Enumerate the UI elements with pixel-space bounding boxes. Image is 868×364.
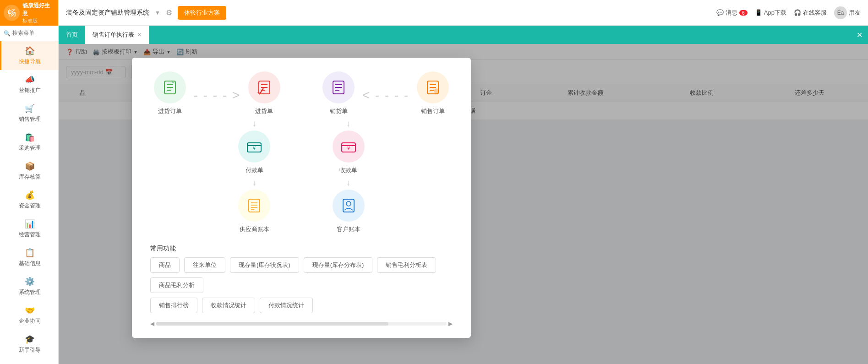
spacer-po bbox=[159, 119, 191, 129]
arrow-down-pb: ↓ bbox=[238, 119, 270, 129]
tab-close-main-icon[interactable]: ✕ bbox=[857, 31, 863, 39]
sidebar-item-label: 系统管理 bbox=[19, 288, 41, 296]
phone-icon: 📱 bbox=[755, 9, 762, 16]
sidebar-item-quick-nav[interactable]: 🏠 快捷导航 bbox=[0, 41, 58, 70]
sales-bill-icon bbox=[329, 78, 348, 97]
username: 用友 bbox=[849, 9, 861, 17]
message-icon: 💬 bbox=[716, 9, 724, 16]
dropdown-arrow-icon[interactable]: ▼ bbox=[155, 10, 160, 16]
purchase-order-label: 进货订单 bbox=[158, 107, 182, 115]
func-btn-trading-unit[interactable]: 往来单位 bbox=[184, 257, 225, 273]
sidebar-item-base-info[interactable]: 📋 基础信息 bbox=[0, 243, 58, 272]
flow-modal: 进货订单 - - - - > bbox=[132, 58, 471, 338]
marketing-icon: 📣 bbox=[25, 75, 35, 85]
flow-item-purchase-order[interactable]: 进货订单 bbox=[154, 71, 186, 115]
operation-icon: 📊 bbox=[25, 219, 35, 229]
sidebar-item-operation[interactable]: 📊 经营管理 bbox=[0, 214, 58, 243]
flow-row-2: ¥ 付款单 bbox=[150, 130, 453, 174]
modal-scrollbar[interactable]: ◀ ▶ bbox=[150, 321, 453, 327]
experience-btn[interactable]: 体验行业方案 bbox=[178, 6, 226, 20]
func-btn-stock-status[interactable]: 现存量(库存状况表) bbox=[230, 257, 299, 273]
func-btn-stock-dist[interactable]: 现存量(库存分布表) bbox=[304, 257, 373, 273]
logo-text2: 标准版 bbox=[22, 17, 55, 24]
sidebar-item-sales[interactable]: 🛒 销售管理 bbox=[0, 99, 58, 128]
sidebar-item-inventory[interactable]: 📦 库存核算 bbox=[0, 157, 58, 185]
topbar: 装备及固定资产辅助管理系统 ▼ ⚙ 体验行业方案 💬 消息 6 📱 App下载 … bbox=[59, 0, 868, 26]
tab-sales-exec[interactable]: 销售订单执行表 ✕ bbox=[85, 26, 149, 44]
svg-text:畅: 畅 bbox=[8, 8, 16, 17]
user-profile[interactable]: Ea 用友 bbox=[834, 6, 861, 19]
arrow-down-rec: ↓ bbox=[333, 178, 365, 188]
svg-point-18 bbox=[434, 89, 439, 93]
supplier-ledger-icon bbox=[245, 196, 263, 215]
flow-item-supplier-ledger[interactable]: 供应商账本 bbox=[238, 190, 270, 234]
sidebar-item-newbie[interactable]: 🎓 新手引导 bbox=[0, 330, 58, 359]
arrow-right-1: - - - - > bbox=[194, 88, 241, 103]
app-download-btn[interactable]: 📱 App下载 bbox=[755, 9, 786, 17]
system-icon: ⚙️ bbox=[25, 277, 35, 287]
sidebar-search[interactable]: 🔍 搜索菜单 bbox=[0, 26, 58, 41]
modal-overlay[interactable]: 进货订单 - - - - > bbox=[59, 44, 868, 364]
sidebar-item-label: 营销推广 bbox=[19, 87, 41, 94]
message-btn[interactable]: 💬 消息 6 bbox=[716, 9, 748, 17]
flow-item-customer-ledger[interactable]: 客户账本 bbox=[333, 190, 365, 234]
flow-arrows-down-row2: ↓ ↓ bbox=[150, 178, 453, 188]
purchase-bill-icon bbox=[255, 78, 273, 97]
supplier-ledger-label: 供应商账本 bbox=[240, 225, 269, 234]
tab-home[interactable]: 首页 bbox=[59, 26, 85, 44]
sidebar-item-system[interactable]: ⚙️ 系统管理 bbox=[0, 272, 58, 301]
receipt-bill-circle: ¥ bbox=[333, 130, 365, 163]
scroll-right-icon[interactable]: ▶ bbox=[448, 321, 453, 327]
sidebar-item-marketing[interactable]: 📣 营销推广 bbox=[0, 70, 58, 99]
app-download-label: App下载 bbox=[764, 9, 786, 17]
sidebar-item-enterprise[interactable]: 🤝 企业协同 bbox=[0, 301, 58, 330]
sidebar-item-label: 采购管理 bbox=[19, 144, 41, 152]
sidebar-item-label: 企业协同 bbox=[19, 317, 41, 325]
newbie-icon: 🎓 bbox=[25, 334, 35, 344]
avatar: Ea bbox=[834, 6, 847, 19]
sales-order-icon bbox=[424, 78, 442, 97]
system-title: 装备及固定资产辅助管理系统 bbox=[66, 9, 149, 17]
enterprise-icon: 🤝 bbox=[25, 305, 35, 315]
arrow-left-1: < - - - - bbox=[362, 88, 409, 103]
flow-item-purchase-bill[interactable]: 进货单 bbox=[248, 71, 280, 115]
func-btn-receipt-stats[interactable]: 收款情况统计 bbox=[202, 298, 255, 313]
scroll-left-icon[interactable]: ◀ bbox=[150, 321, 154, 327]
payment-bill-circle: ¥ bbox=[238, 130, 270, 163]
online-service-label: 在线客服 bbox=[803, 9, 827, 17]
receipt-bill-icon: ¥ bbox=[339, 137, 358, 156]
sidebar-item-purchase[interactable]: 🛍️ 采购管理 bbox=[0, 128, 58, 157]
search-icon: 🔍 bbox=[4, 30, 11, 37]
sidebar-item-label: 新手引导 bbox=[19, 346, 41, 354]
flow-item-payment-bill[interactable]: ¥ 付款单 bbox=[238, 130, 270, 174]
gear-icon[interactable]: ⚙ bbox=[166, 8, 172, 17]
sidebar-item-label: 库存核算 bbox=[19, 173, 41, 181]
func-btn-sales-profit[interactable]: 销售毛利分析表 bbox=[377, 257, 436, 273]
tab-close-icon[interactable]: ✕ bbox=[137, 32, 142, 38]
flow-item-sales-order[interactable]: 销售订单 bbox=[417, 71, 449, 115]
arrow-down-pay: ↓ bbox=[238, 178, 270, 188]
sidebar-item-finance[interactable]: 💰 资金管理 bbox=[0, 185, 58, 214]
message-badge: 6 bbox=[739, 10, 748, 16]
logo-icon: 畅 bbox=[4, 5, 20, 21]
func-btn-goods[interactable]: 商品 bbox=[150, 257, 180, 273]
sales-order-circle bbox=[417, 71, 449, 103]
func-btn-goods-profit[interactable]: 商品毛利分析 bbox=[150, 277, 203, 293]
sidebar-item-label: 资金管理 bbox=[19, 202, 41, 210]
online-service-btn[interactable]: 🎧 在线客服 bbox=[794, 9, 827, 17]
func-btn-sales-rank[interactable]: 销售排行榜 bbox=[150, 298, 197, 313]
func-btn-payment-stats[interactable]: 付款情况统计 bbox=[260, 298, 313, 313]
avatar-text: Ea bbox=[837, 10, 844, 16]
flow-row-3: 供应商账本 bbox=[150, 190, 453, 234]
flow-row-1: 进货订单 - - - - > bbox=[150, 71, 453, 115]
svg-text:¥: ¥ bbox=[252, 146, 256, 151]
scroll-track bbox=[156, 322, 447, 326]
payment-bill-label: 付款单 bbox=[246, 166, 263, 174]
flow-item-sales-bill[interactable]: 销货单 bbox=[322, 71, 355, 115]
flow-item-receipt-bill[interactable]: ¥ 收款单 bbox=[333, 130, 365, 174]
service-icon: 🎧 bbox=[794, 9, 801, 16]
customer-ledger-icon bbox=[339, 196, 358, 215]
sales-order-label: 销售订单 bbox=[421, 107, 445, 115]
flow-diagram: 进货订单 - - - - > bbox=[150, 71, 453, 241]
purchase-order-icon bbox=[161, 78, 179, 97]
